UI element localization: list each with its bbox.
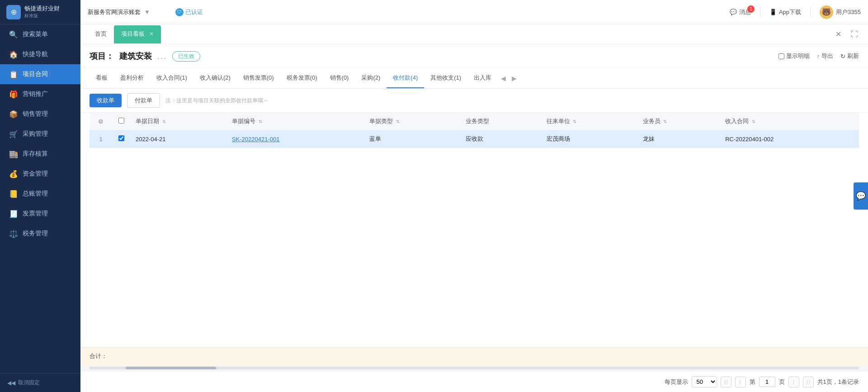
tax-icon: ⚖️ [9,229,18,238]
records-table: ⚙ 单据日期 ⇅ 单据编号 ⇅ [90,113,859,148]
ledger-icon: 📒 [9,189,18,198]
show-detail-label: 显示明细 [786,52,810,60]
payment-btn[interactable]: 付款单 [127,93,160,108]
sort-icon-partner: ⇅ [573,119,576,124]
export-button[interactable]: ↑ 导出 [817,52,834,60]
sidebar-item-ledger[interactable]: 📒 总账管理 [0,184,80,204]
user-menu[interactable]: 🐻 用户3355 [820,5,861,19]
certified-text: 已认证 [185,8,203,16]
sidebar-item-inventory[interactable]: 🏬 库存核算 [0,144,80,164]
col-header-type[interactable]: 单据类型 ⇅ [364,113,460,130]
project-status-badge: 已生效 [172,51,200,62]
row-checkbox[interactable] [118,135,124,141]
page-number-input[interactable] [759,377,775,387]
sidebar-item-invoice[interactable]: 🧾 发票管理 [0,204,80,224]
search-icon: 🔍 [9,30,18,39]
tab-home[interactable]: 首页 [88,25,114,43]
subtab-receipt-payment[interactable]: 收付款(4) [387,68,424,88]
show-detail-checkbox[interactable]: 显示明细 [778,52,810,60]
phone-icon: 📱 [769,9,777,15]
subtab-arrow-right[interactable]: ▶ [509,73,519,84]
cell-code[interactable]: SK-20220421-001 [226,130,364,148]
total-pages-label: 共1页，1条记录 [817,378,859,386]
project-header: 项目： 建筑安装 ... 已生效 显示明细 ↑ 导出 ↻ 刷新 [80,44,868,68]
messages-badge: 1 [747,5,755,13]
cell-date: 2022-04-21 [130,130,226,148]
sidebar-item-quick-nav[interactable]: 🏠 快捷导航 [0,44,80,64]
col-header-code[interactable]: 单据编号 ⇅ [226,113,364,130]
pagination: 每页显示 50 10 20 100 ⟨⟨ ⟨ 第 页 ⟩ ⟩⟩ 共1页，1条记录 [80,371,868,392]
finance-icon: 💰 [9,169,18,178]
page-label: 第 [750,378,755,386]
sidebar: ⊕ 畅捷通好业财 标准版 🔍 搜索菜单 🏠 快捷导航 📋 项目合同 🎁 营销推广… [0,0,80,392]
sidebar-item-finance[interactable]: 💰 资金管理 [0,164,80,184]
scrollbar-track[interactable] [90,367,859,369]
subtab-board[interactable]: 看板 [90,68,114,88]
maximize-window-button[interactable]: ⛶ [848,28,861,41]
sidebar-item-label: 发票管理 [23,210,48,218]
sidebar-item-label: 营销推广 [23,90,48,98]
sidebar-item-tax[interactable]: ⚖️ 税务管理 [0,224,80,244]
tab-close-icon[interactable]: ✕ [149,31,154,37]
sidebar-item-project-contract[interactable]: 📋 项目合同 [0,64,80,84]
sidebar-item-label: 总账管理 [23,190,48,198]
cell-num: 1 [90,130,112,148]
sidebar-item-sales[interactable]: 📦 销售管理 [0,104,80,124]
subtab-other-receipt[interactable]: 其他收支(1) [424,68,467,88]
cell-check[interactable] [112,130,130,148]
subtab-inout-storage[interactable]: 出入库 [467,68,498,88]
subtab-profit[interactable]: 盈利分析 [114,68,150,88]
show-detail-input[interactable] [778,53,784,59]
tab-label: 项目看板 [121,30,145,37]
close-window-button[interactable]: ✕ [832,28,844,41]
page-size-select[interactable]: 50 10 20 100 [692,376,717,387]
settings-icon[interactable]: ⚙ [98,118,104,125]
project-title: 建筑安装 [119,51,152,62]
subtab-tax-invoice[interactable]: 税务发票(0) [280,68,324,88]
col-header-date[interactable]: 单据日期 ⇅ [130,113,226,130]
subtab-purchase[interactable]: 采购(2) [355,68,387,88]
app-download-button[interactable]: 📱 App下载 [769,8,801,16]
page-prev-button[interactable]: ⟨ [735,377,746,387]
sidebar-item-search[interactable]: 🔍 搜索菜单 [0,24,80,44]
col-header-check[interactable] [112,113,130,130]
project-icon: 📋 [9,70,18,79]
record-link[interactable]: SK-20220421-001 [232,136,280,143]
page-last-button[interactable]: ⟩⟩ [803,377,814,387]
table-header-row: ⚙ 单据日期 ⇅ 单据编号 ⇅ [90,113,859,130]
col-header-income-contract[interactable]: 收入合同 ⇅ [720,113,859,130]
project-more-icon[interactable]: ... [157,52,167,61]
sidebar-item-label: 资金管理 [23,170,48,178]
subtab-sales[interactable]: 销售(0) [324,68,355,88]
right-chat-button[interactable]: 💬 [854,182,868,210]
col-header-settings[interactable]: ⚙ [90,113,112,130]
tab-project-board[interactable]: 项目看板 ✕ [114,25,161,43]
subtab-income-confirm[interactable]: 收入确认(2) [193,68,237,88]
sidebar-item-purchase[interactable]: 🛒 采购管理 [0,124,80,144]
col-header-staff[interactable]: 业务员 ⇅ [637,113,720,130]
cell-biz-type: 应收款 [460,130,541,148]
sidebar-unpin[interactable]: ◀◀ 取消固定 [0,373,80,392]
account-dropdown-icon[interactable]: ▼ [144,9,150,15]
sort-icon-code: ⇅ [259,119,262,124]
subtab-sales-invoice[interactable]: 销售发票(0) [237,68,280,88]
sidebar-item-marketing[interactable]: 🎁 营销推广 [0,84,80,104]
sidebar-item-label: 销售管理 [23,110,48,118]
unpin-label: 取消固定 [18,379,40,387]
refresh-button[interactable]: ↻ 刷新 [840,52,859,60]
home-icon: 🏠 [9,50,18,59]
table-row[interactable]: 1 2022-04-21 SK-20220421-001 蓝单 应收款 宏茂商场… [90,130,859,148]
export-icon: ↑ [817,53,820,60]
topbar-right: 💬 消息 1 📱 App下载 🐻 用户3355 [730,5,861,19]
receipt-btn[interactable]: 收款单 [90,94,122,107]
select-all-checkbox[interactable] [118,118,124,124]
horizontal-scrollbar[interactable] [80,365,868,371]
messages-button[interactable]: 💬 消息 1 [730,8,751,16]
scrollbar-thumb[interactable] [126,367,216,369]
table-container[interactable]: ⚙ 单据日期 ⇅ 单据编号 ⇅ [80,113,868,347]
col-header-partner[interactable]: 往来单位 ⇅ [541,113,637,130]
page-first-button[interactable]: ⟨⟨ [721,377,731,387]
page-next-button[interactable]: ⟩ [788,377,799,387]
subtab-income-contract[interactable]: 收入合同(1) [150,68,193,88]
subtab-arrow-left[interactable]: ◀ [498,73,509,84]
